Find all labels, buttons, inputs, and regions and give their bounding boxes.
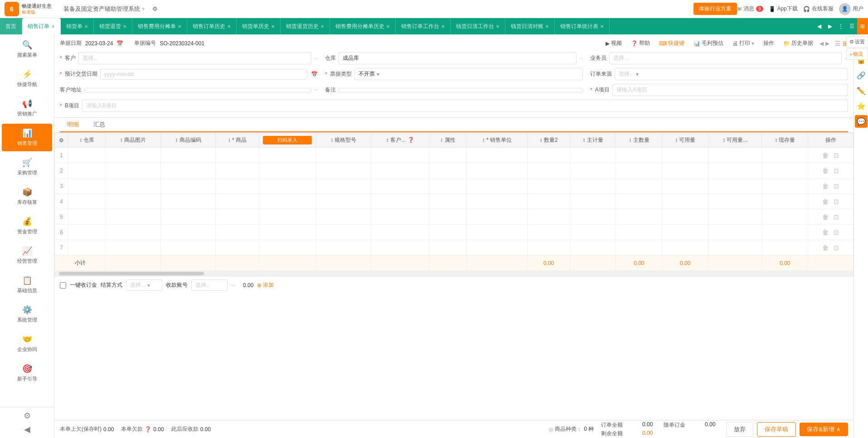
sidebar-item-quicknav[interactable]: ⚡ 快捷导航 [2,65,52,92]
tab-sales-order-history[interactable]: 销售订单历史 ✕ [187,18,237,34]
invoice-select[interactable]: 不开票 ▾ [354,68,583,80]
save-new-button[interactable]: 保存&新增 ∧ [800,423,848,436]
row-3-delete-icon[interactable]: 🗑 [821,182,830,191]
row-1-copy-icon[interactable]: ⊡ [832,151,841,160]
save-draft-button[interactable]: 保存草稿 [757,422,796,437]
sidebar-item-system[interactable]: ⚙️ 系统管理 [2,300,52,328]
sidebar-settings-icon[interactable]: ⚙ [24,411,31,421]
add-payment-btn[interactable]: ⊕ 添加 [257,281,274,289]
col-settings[interactable]: ⚙ [55,133,68,148]
account-expand-icon[interactable]: ··· [231,282,236,289]
tab-sales-invoice[interactable]: 销货单 ✕ [61,18,94,34]
row-2-delete-icon[interactable]: 🗑 [821,166,830,175]
toolbar-shortcut-btn[interactable]: ⌨ 快捷键 [656,38,687,48]
toolbar-profit-btn[interactable]: 📊 毛利预估 [691,38,726,48]
delivery-calendar-icon[interactable]: 📅 [311,71,318,77]
tab-prev-btn[interactable]: ◀ [814,18,824,34]
tab-daily-workbench[interactable]: 钱货日清工作台 ✕ [451,18,505,34]
sidebar-collapse-icon[interactable]: ◀ [24,424,30,434]
sidebar-item-guide[interactable]: 🎯 新手引导 [2,359,52,387]
sidebar-item-sales[interactable]: 📊 销售管理 [2,124,52,151]
sidebar-item-inventory[interactable]: 📦 库存核算 [2,183,52,210]
salesperson-input[interactable]: 选择... [609,52,842,64]
tab-sales-expense[interactable]: 销售费用分摊单 ✕ [132,18,187,34]
payment-method-select[interactable]: 选择... ▾ [126,279,162,291]
tab-sales-order[interactable]: 销售订单 ✕ [22,18,61,34]
quick-checkout-checkbox[interactable] [60,282,66,289]
row-5-delete-icon[interactable]: 🗑 [821,212,830,221]
calendar-icon[interactable]: 📅 [116,40,123,47]
tab-expense-history[interactable]: 销售费用分摊单历史 ✕ [330,18,396,34]
right-panel-icon-6[interactable]: 💬 [855,115,868,128]
row-2-copy-icon[interactable]: ⊡ [832,166,841,175]
order-source-select[interactable]: 选择... ▾ [615,68,848,80]
sidebar-item-finance[interactable]: 💰 资金管理 [2,212,52,240]
row-5-copy-icon[interactable]: ⊡ [832,212,841,221]
row-6-delete-icon[interactable]: 🗑 [821,228,830,237]
warehouse-expand-icon[interactable]: ··· [579,56,583,61]
system-title-dropdown-icon[interactable]: ▾ [142,5,145,12]
customer-expand-icon[interactable]: ··· [314,56,318,61]
tab-return-history-close[interactable]: ✕ [320,24,324,29]
tab-invoice-history-close[interactable]: ✕ [271,24,275,29]
tab-order-workbench[interactable]: 销售订单工作台 ✕ [396,18,451,34]
trial-button[interactable]: 体验行业方案 [693,3,737,15]
row-4-copy-icon[interactable]: ⊡ [832,197,841,206]
tab-invoice-history[interactable]: 销货单历史 ✕ [237,18,281,34]
tab-summary[interactable]: 汇总 [86,118,112,131]
tab-sales-order-close[interactable]: ✕ [51,24,55,29]
right-panel-icon-3[interactable]: 🔗 [855,69,868,82]
remarks-input[interactable] [339,88,583,92]
table-horizontal-scrollbar[interactable] [54,271,853,276]
scan-btn[interactable]: 扫码录入 [263,136,312,144]
sidebar-item-purchase[interactable]: 🛒 采购管理 [2,153,52,181]
tab-layout-btn[interactable]: ☰ [846,18,857,34]
b-project-input[interactable]: 请输入B项目 [82,100,848,112]
tab-next-btn[interactable]: ▶ [824,18,835,34]
nav-next-icon[interactable]: ▶ [825,40,829,47]
a-project-input[interactable]: 请输入A项目 [612,84,848,96]
app-download-btn[interactable]: 📱 App下载 [769,5,798,13]
tab-stats[interactable]: 销售订单统计表 ✕ [555,18,610,34]
delivery-date-input[interactable]: yyyy-mm-dd [100,69,307,80]
table-scroll-thumb[interactable] [59,272,204,275]
logistics-floating-btn[interactable]: + 物流 [846,48,853,60]
sidebar-item-search[interactable]: 🔍 搜索菜单 [2,35,52,63]
list-view-icon[interactable]: ☰ [835,40,841,47]
discard-button[interactable]: 放弃 [726,422,753,437]
tab-grid-btn[interactable]: ⊞ [857,18,868,34]
warehouse-input[interactable]: 成品库 [339,52,577,64]
tab-sales-return-close[interactable]: ✕ [123,24,126,29]
toolbar-action-btn[interactable]: 操作 [761,38,777,48]
customer-address-expand-icon[interactable]: ··· [314,87,318,92]
tab-home[interactable]: 首页 [0,18,22,34]
tab-detail[interactable]: 明细 [60,118,86,132]
settings-floating-btn[interactable]: ⚙ 设置 [846,36,853,48]
tab-return-history[interactable]: 销货退货历史 ✕ [281,18,330,34]
sidebar-item-operations[interactable]: 📈 经营管理 [2,241,52,269]
right-panel-icon-5[interactable]: ⭐ [855,100,868,112]
row-6-copy-icon[interactable]: ⊡ [832,228,841,237]
row-7-copy-icon[interactable]: ⊡ [832,243,841,252]
online-service-btn[interactable]: 🎧 在线客服 [803,5,834,13]
tab-order-workbench-close[interactable]: ✕ [441,24,445,29]
toolbar-history-btn[interactable]: 📁 历史单据 [781,38,816,48]
tab-daily-workbench-close[interactable]: ✕ [496,24,499,29]
sidebar-item-marketing[interactable]: 📢 营销推广 [2,94,52,122]
tab-expense-history-close[interactable]: ✕ [386,24,390,29]
top-settings-icon[interactable]: ⚙ [149,3,161,15]
tab-sales-expense-close[interactable]: ✕ [178,24,181,29]
tab-more-btn[interactable]: ⋮ [835,18,846,34]
user-menu[interactable]: 👤 用户 [839,3,863,15]
sidebar-item-baseinfo[interactable]: 📋 基础信息 [2,271,52,298]
toolbar-help-btn[interactable]: ❓ 帮助 [628,38,653,48]
tab-sales-order-history-close[interactable]: ✕ [227,24,231,29]
row-4-delete-icon[interactable]: 🗑 [821,197,830,206]
row-1-delete-icon[interactable]: 🗑 [821,151,830,160]
toolbar-video-btn[interactable]: ▶ 视频 [603,38,625,48]
tab-sales-return[interactable]: 销货退货 ✕ [94,18,132,34]
tab-daily-reconcile[interactable]: 钱货日清对账 ✕ [505,18,555,34]
nav-prev-icon[interactable]: ◀ [820,40,824,47]
tab-sales-invoice-close[interactable]: ✕ [84,24,88,29]
message-btn[interactable]: ✉ 消息 9 [737,5,763,13]
